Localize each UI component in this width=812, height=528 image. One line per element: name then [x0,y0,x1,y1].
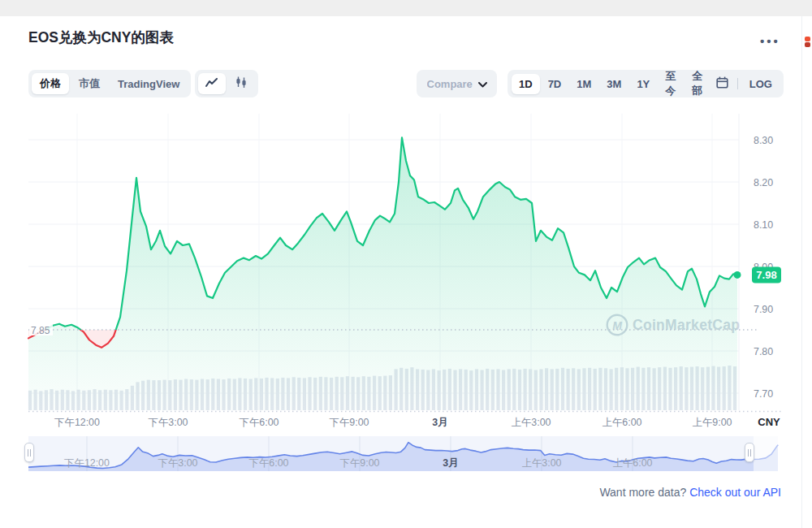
price-chart: MCoinMarketCap7.85下午12:00下午3:00下午6:00下午9… [0,102,788,435]
navigator-tick-label: 下午9:00 [340,457,380,469]
navigator-left-handle[interactable] [24,443,34,462]
y-tick-label: 8.30 [754,135,773,146]
log-scale-button[interactable]: LOG [742,74,780,94]
x-tick-label: 上午3:00 [512,417,551,428]
tab-price[interactable]: 价格 [32,73,69,94]
axis-unit-label: CNY [758,416,780,428]
api-promo: Want more data? Check out our API [599,486,781,499]
x-tick-label: 3月 [432,417,447,428]
compare-dropdown[interactable]: Compare with [417,70,497,97]
chart-card: EOS兑换为CNY的图表 ••• 价格 市值 TradingView [0,16,802,528]
navigator-tick-label: 下午12:00 [64,457,110,469]
line-chart-type-button[interactable] [198,73,226,94]
range-1y-button[interactable]: 1Y [629,74,657,94]
x-tick-label: 下午6:00 [240,417,279,428]
x-tick-label: 下午9:00 [330,417,369,428]
candlestick-chart-type-button[interactable] [227,73,255,94]
range-7d-button[interactable]: 7D [541,74,569,94]
y-tick-label: 8.20 [754,177,773,188]
candlestick-icon [235,76,247,91]
navigator-tick-label: 下午3:00 [158,457,198,469]
navigator-tick-label: 上午3:00 [522,457,562,469]
chart-tabs-group: 价格 市值 TradingView [28,70,191,97]
y-tick-label: 7.80 [754,346,773,357]
clipped-fire-icon [805,37,812,50]
page: EOS兑换为CNY的图表 ••• 价格 市值 TradingView [0,0,812,528]
range-3m-button[interactable]: 3M [599,74,628,94]
api-promo-text: Want more data? [599,486,686,499]
navigator-tick-label: 上午6:00 [613,457,653,469]
time-range-group: 1D 7D 1M 3M 1Y 至今 全部 LOG [508,70,784,97]
toolbar-divider [737,78,738,89]
navigator-right-handle[interactable] [745,443,754,462]
range-all-button[interactable]: 全部 [685,65,710,102]
calendar-icon [716,76,728,92]
range-1d-button[interactable]: 1D [512,74,540,94]
chart-toolbar: 价格 市值 TradingView [28,70,258,97]
api-link[interactable]: Check out our API [689,486,781,499]
chart-navigator[interactable]: 下午12:00下午3:00下午6:00下午9:003月上午3:00上午6:00 [0,435,788,477]
current-price-badge-label: 7.98 [756,269,776,281]
x-tick-label: 上午6:00 [603,417,642,428]
page-background-strip [0,0,812,16]
x-tick-label: 上午9:00 [693,417,732,428]
x-tick-label: 下午3:00 [149,417,188,428]
chart-type-group [195,70,258,97]
x-tick-label: 下午12:00 [54,417,100,428]
x-axis-labels: 下午12:00下午3:00下午6:00下午9:003月上午3:00上午6:00上… [54,417,732,428]
y-tick-label: 7.70 [754,388,773,400]
tab-tradingview[interactable]: TradingView [110,75,188,93]
more-options-button[interactable]: ••• [760,34,780,48]
y-tick-label: 7.90 [754,304,773,315]
calendar-range-button[interactable] [711,73,733,95]
tab-market-cap[interactable]: 市值 [71,73,108,94]
compare-dropdown-label: Compare with [427,78,474,90]
line-chart-icon [205,76,218,91]
navigator-tick-label: 3月 [443,457,458,469]
range-ytd-button[interactable]: 至今 [658,65,684,102]
navigator-unselected-mask [754,436,778,471]
range-1m-button[interactable]: 1M [569,74,598,94]
chevron-down-icon [478,76,487,91]
chart-plot-area[interactable] [28,114,739,410]
navigator-tick-label: 下午6:00 [249,457,289,469]
y-tick-label: 8.10 [754,219,773,231]
page-title: EOS兑换为CNY的图表 [28,28,174,47]
